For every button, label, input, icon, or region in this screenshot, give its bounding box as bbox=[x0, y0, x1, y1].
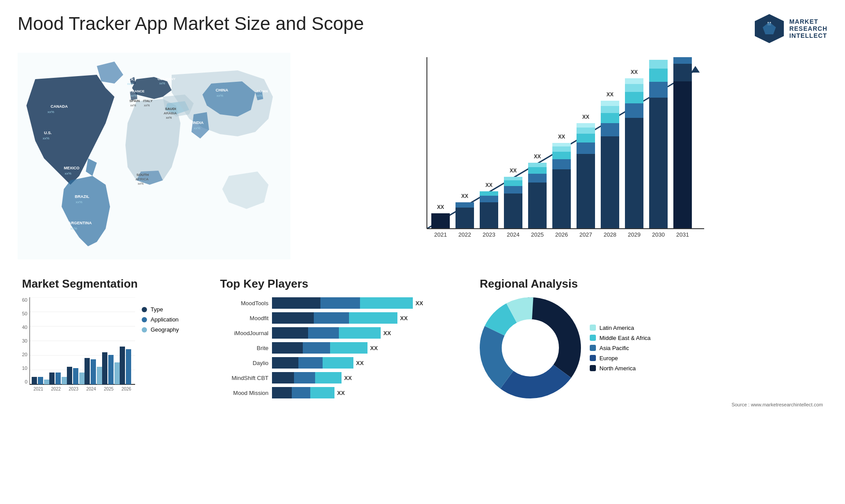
japan-label: JAPAN bbox=[256, 89, 268, 93]
svg-text:2024: 2024 bbox=[507, 231, 520, 238]
svg-rect-50 bbox=[577, 134, 595, 142]
svg-text:2028: 2028 bbox=[604, 231, 617, 238]
player-name-imoodjournal: iMoodJournal bbox=[220, 330, 268, 336]
svg-text:xx%: xx% bbox=[127, 82, 133, 85]
player-name-mindshift: MindShift CBT bbox=[220, 375, 268, 381]
svg-point-124 bbox=[502, 320, 558, 376]
svg-text:XX: XX bbox=[534, 153, 541, 160]
italy-label: ITALY bbox=[143, 99, 153, 103]
svg-text:xx%: xx% bbox=[65, 172, 71, 175]
legend-geography-label: Geography bbox=[151, 326, 179, 333]
svg-rect-43 bbox=[552, 159, 571, 169]
player-name-brite: Brite bbox=[220, 345, 268, 351]
svg-rect-33 bbox=[504, 186, 522, 194]
player-val-moodmission: XX bbox=[337, 390, 345, 396]
svg-rect-63 bbox=[625, 84, 643, 92]
svg-text:XX: XX bbox=[655, 57, 662, 58]
svg-rect-111 bbox=[126, 349, 131, 384]
player-row-moodtools: MoodTools XX bbox=[220, 297, 458, 309]
bar-chart-wrapper: XX XX XX XX bbox=[308, 57, 819, 242]
svg-text:xx%: xx% bbox=[43, 136, 49, 140]
germany-label: GERMANY bbox=[158, 77, 176, 81]
players-section: Top Key Players MoodTools XX bbox=[216, 273, 462, 412]
svg-text:xx%: xx% bbox=[166, 116, 172, 119]
player-bar-moodfit: XX bbox=[272, 312, 408, 324]
svg-rect-68 bbox=[649, 69, 668, 82]
seg-chart-area: 60 50 40 30 20 10 0 bbox=[22, 297, 135, 396]
svg-text:2025: 2025 bbox=[104, 387, 114, 391]
player-val-imoodjournal: XX bbox=[383, 330, 391, 336]
player-bar-brite: XX bbox=[272, 342, 378, 354]
svg-rect-105 bbox=[91, 359, 96, 384]
svg-text:ARABIA: ARABIA bbox=[164, 111, 177, 115]
legend-application-label: Application bbox=[151, 316, 179, 323]
player-row-mindshift: MindShift CBT XX bbox=[220, 372, 458, 383]
svg-rect-35 bbox=[504, 177, 522, 180]
legend-north-america-label: North America bbox=[599, 365, 636, 372]
svg-rect-25 bbox=[456, 208, 474, 229]
svg-rect-72 bbox=[673, 64, 692, 81]
svg-rect-40 bbox=[528, 163, 547, 167]
svg-rect-110 bbox=[120, 347, 125, 384]
india-label: INDIA bbox=[193, 121, 204, 125]
player-row-moodmission: Mood Mission XX bbox=[220, 387, 458, 398]
svg-rect-98 bbox=[49, 373, 55, 384]
svg-rect-67 bbox=[649, 82, 668, 98]
svg-rect-60 bbox=[625, 118, 643, 229]
logo-icon: M bbox=[754, 13, 785, 44]
svg-rect-106 bbox=[97, 367, 102, 384]
svg-rect-42 bbox=[552, 169, 571, 229]
player-val-daylio: XX bbox=[356, 360, 364, 366]
svg-rect-109 bbox=[114, 362, 120, 384]
svg-marker-22 bbox=[691, 66, 700, 73]
svg-rect-61 bbox=[625, 103, 643, 118]
player-name-daylio: Daylio bbox=[220, 360, 268, 366]
svg-text:xx%: xx% bbox=[138, 182, 143, 185]
svg-rect-97 bbox=[44, 380, 49, 384]
legend-europe-label: Europe bbox=[599, 355, 618, 362]
legend-asia-pacific-label: Asia Pacific bbox=[599, 345, 629, 351]
svg-rect-54 bbox=[601, 136, 619, 229]
legend-application: Application bbox=[142, 316, 179, 323]
growth-chart-svg: XX XX XX XX bbox=[308, 57, 819, 242]
player-name-moodfit: Moodfit bbox=[220, 315, 268, 321]
svg-rect-102 bbox=[73, 368, 78, 384]
legend-north-america-color bbox=[590, 365, 596, 371]
logo-area: M MARKET RESEARCH INTELLECT bbox=[754, 13, 827, 44]
svg-text:2025: 2025 bbox=[531, 231, 544, 238]
spain-label: SPAIN bbox=[129, 99, 140, 103]
svg-text:xx%: xx% bbox=[130, 104, 136, 107]
svg-text:XX: XX bbox=[558, 134, 565, 140]
svg-rect-62 bbox=[625, 92, 643, 103]
logo-text: MARKET RESEARCH INTELLECT bbox=[789, 18, 827, 39]
argentina-label: ARGENTINA bbox=[68, 221, 92, 225]
source-text: Source : www.marketresearchintellect.com bbox=[480, 402, 823, 407]
svg-text:xx%: xx% bbox=[194, 126, 200, 130]
svg-rect-57 bbox=[601, 106, 619, 113]
svg-text:xx%: xx% bbox=[144, 104, 150, 107]
page-header: Mood Tracker App Market Size and Scope M… bbox=[18, 13, 827, 44]
legend-geography: Geography bbox=[142, 326, 179, 333]
svg-rect-69 bbox=[649, 60, 668, 69]
svg-text:XX: XX bbox=[485, 182, 492, 188]
svg-text:XX: XX bbox=[461, 193, 468, 199]
legend-type-dot bbox=[142, 307, 147, 312]
player-bar-mindshift: XX bbox=[272, 372, 352, 383]
player-row-daylio: Daylio XX bbox=[220, 357, 458, 369]
southafrica-label: SOUTH bbox=[136, 173, 149, 177]
regional-title: Regional Analysis bbox=[480, 277, 823, 291]
player-bar-daylio: XX bbox=[272, 357, 364, 369]
svg-text:2022: 2022 bbox=[51, 387, 61, 391]
saudi-label: SAUDI bbox=[165, 107, 176, 111]
player-name-moodtools: MoodTools bbox=[220, 300, 268, 307]
svg-rect-46 bbox=[552, 143, 571, 146]
svg-rect-48 bbox=[577, 154, 595, 229]
svg-text:2030: 2030 bbox=[652, 231, 665, 238]
svg-text:2021: 2021 bbox=[434, 231, 447, 238]
svg-text:2023: 2023 bbox=[483, 231, 496, 238]
svg-text:2021: 2021 bbox=[33, 387, 44, 391]
players-title: Top Key Players bbox=[220, 277, 458, 291]
segmentation-title: Market Segmentation bbox=[22, 277, 198, 291]
legend-type: Type bbox=[142, 306, 179, 313]
page-title: Mood Tracker App Market Size and Scope bbox=[18, 13, 364, 34]
